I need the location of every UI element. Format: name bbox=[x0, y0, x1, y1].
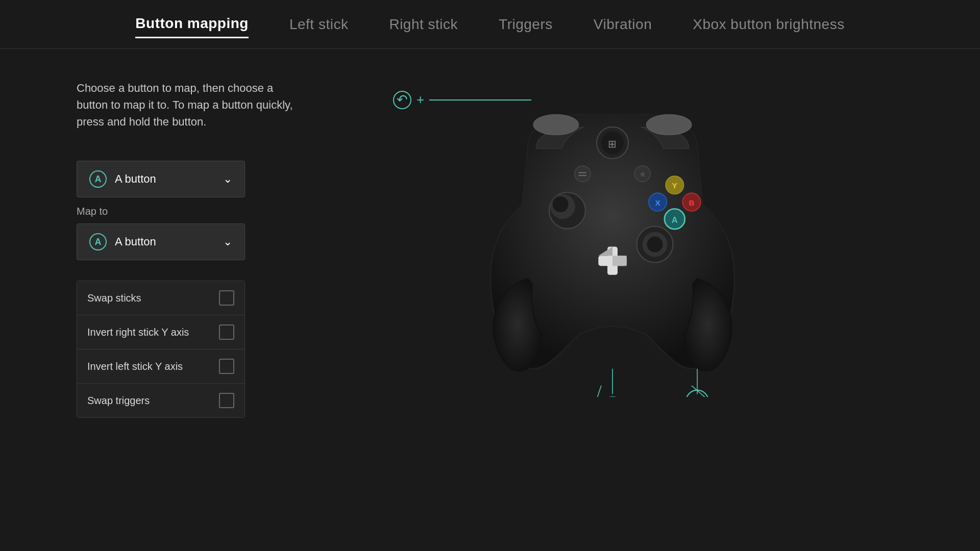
navigation-tabs: Button mapping Left stick Right stick Tr… bbox=[0, 0, 980, 49]
tab-vibration[interactable]: Vibration bbox=[594, 16, 652, 38]
tab-triggers[interactable]: Triggers bbox=[499, 16, 553, 38]
a-button-icon: A bbox=[89, 170, 107, 188]
svg-text:≡: ≡ bbox=[640, 170, 645, 179]
invert-right-stick-checkbox[interactable] bbox=[219, 324, 234, 340]
main-content: Choose a button to map, then choose a bu… bbox=[0, 49, 980, 418]
invert-right-stick-label: Invert right stick Y axis bbox=[87, 327, 189, 338]
controller-container: ↶ + bbox=[434, 81, 791, 397]
plus-icon: + bbox=[416, 92, 424, 108]
map-to-label: Map to bbox=[77, 206, 322, 217]
controller-svg: ⊞ ≡ bbox=[434, 81, 791, 397]
svg-point-12 bbox=[553, 196, 569, 212]
svg-point-1 bbox=[646, 114, 692, 135]
secondary-dropdown-chevron-icon: ⌄ bbox=[223, 235, 232, 248]
secondary-dropdown-label: A button bbox=[115, 235, 223, 248]
svg-text:B: B bbox=[689, 198, 694, 207]
svg-text:⊞: ⊞ bbox=[608, 138, 617, 149]
invert-left-stick-checkbox[interactable] bbox=[219, 359, 234, 374]
swap-triggers-checkbox[interactable] bbox=[219, 393, 234, 408]
svg-line-39 bbox=[692, 385, 725, 396]
swap-sticks-row[interactable]: Swap sticks bbox=[77, 281, 244, 315]
swap-triggers-row[interactable]: Swap triggers bbox=[77, 384, 244, 417]
primary-button-dropdown[interactable]: A A button ⌄ bbox=[77, 161, 245, 197]
svg-marker-15 bbox=[612, 256, 627, 266]
tab-xbox-button-brightness[interactable]: Xbox button brightness bbox=[693, 16, 844, 38]
right-panel: ↶ + bbox=[322, 80, 903, 418]
svg-text:Y: Y bbox=[672, 181, 678, 190]
svg-rect-6 bbox=[579, 172, 587, 173]
svg-rect-7 bbox=[579, 174, 587, 176]
secondary-button-dropdown[interactable]: A A button ⌄ bbox=[77, 223, 245, 260]
primary-dropdown-chevron-icon: ⌄ bbox=[223, 172, 232, 186]
svg-line-36 bbox=[592, 385, 601, 396]
left-panel: Choose a button to map, then choose a bu… bbox=[77, 80, 322, 418]
invert-left-stick-label: Invert left stick Y axis bbox=[87, 361, 183, 372]
svg-point-0 bbox=[533, 114, 579, 135]
svg-text:X: X bbox=[655, 198, 660, 207]
primary-dropdown-label: A button bbox=[115, 172, 223, 186]
svg-point-19 bbox=[647, 236, 663, 252]
tab-button-mapping[interactable]: Button mapping bbox=[135, 15, 249, 38]
back-icon: ↶ bbox=[393, 91, 411, 109]
a-button-icon-secondary: A bbox=[89, 233, 107, 251]
swap-sticks-checkbox[interactable] bbox=[219, 290, 234, 306]
swap-triggers-label: Swap triggers bbox=[87, 395, 150, 407]
invert-left-stick-row[interactable]: Invert left stick Y axis bbox=[77, 349, 244, 384]
svg-point-5 bbox=[575, 166, 591, 182]
description-text: Choose a button to map, then choose a bu… bbox=[77, 80, 301, 130]
annotation-line-horizontal bbox=[429, 99, 531, 101]
tab-right-stick[interactable]: Right stick bbox=[389, 16, 458, 38]
svg-text:A: A bbox=[672, 215, 678, 225]
swap-sticks-label: Swap sticks bbox=[87, 292, 141, 304]
checkboxes-section: Swap sticks Invert right stick Y axis In… bbox=[77, 281, 245, 418]
invert-right-stick-row[interactable]: Invert right stick Y axis bbox=[77, 315, 244, 349]
tab-left-stick[interactable]: Left stick bbox=[289, 16, 348, 38]
